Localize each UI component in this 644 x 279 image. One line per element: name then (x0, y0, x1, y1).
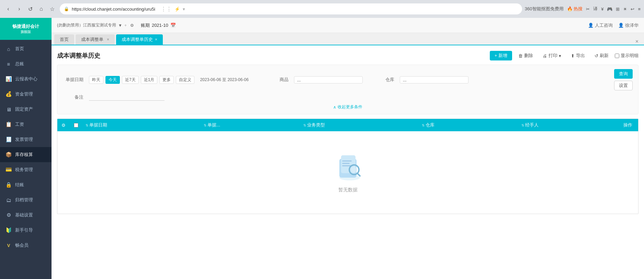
query-button[interactable]: 查询 (614, 69, 633, 79)
sidebar-item-home[interactable]: ⌂ 首页 (0, 41, 52, 56)
menu-icon[interactable]: ≡ (638, 7, 641, 12)
sidebar-item-closing[interactable]: 🔒 结账 (0, 177, 52, 192)
period-info: 账期 2021-10 📅 (141, 22, 176, 29)
add-company-icon[interactable]: + (124, 23, 127, 28)
sidebar-item-guide[interactable]: 🔰 新手引导 (0, 223, 52, 238)
last7days-btn[interactable]: 近7天 (122, 76, 139, 84)
tab-cost-adjustment-history-label: 成本调整单历史 (122, 36, 153, 43)
translate-icon[interactable]: 译 (593, 6, 598, 12)
table-bill-header[interactable]: ⇅ 单据... (200, 122, 300, 128)
table-handler-header[interactable]: ⇅ 经手人 (518, 122, 618, 128)
sidebar-item-ledger[interactable]: ≡ 总账 (0, 56, 52, 71)
sort-biztype-icon: ⇅ (303, 123, 306, 127)
date-filter-label: 单据日期 (63, 77, 83, 83)
table-biztype-header[interactable]: ⇅ 业务类型 (300, 122, 418, 128)
print-button[interactable]: 🖨 打印 ▾ (539, 51, 565, 60)
closing-icon: 🔒 (5, 182, 12, 188)
support-label: 人工咨询 (595, 22, 613, 29)
warehouse-filter-label: 仓库 (374, 77, 394, 83)
table-container: ⚙ ⇅ 单据日期 ⇅ 单据... ⇅ 业务类型 (57, 119, 639, 214)
sidebar-item-reports[interactable]: 📊 云报表中心 (0, 71, 52, 87)
custom-btn[interactable]: 自定义 (176, 76, 194, 84)
sidebar-item-salary[interactable]: 📋 工资 (0, 117, 52, 132)
sidebar-item-membership[interactable]: V 畅会员 (0, 238, 52, 253)
sidebar-item-settings[interactable]: ⚙ 基础设置 (0, 208, 52, 223)
sidebar-item-label-closing: 结账 (15, 182, 24, 188)
sort-handler-icon: ⇅ (521, 123, 524, 127)
table-header: ⚙ ⇅ 单据日期 ⇅ 单据... ⇅ 业务类型 (57, 119, 638, 131)
filter-area: 单据日期 昨天 今天 近7天 近1月 更多 自定义 2023-06-06 至 2… (57, 65, 639, 114)
table-settings-header[interactable]: ⚙ (57, 123, 70, 128)
invoice-icon: 🧾 (5, 136, 12, 143)
game-icon[interactable]: 🎮 (607, 7, 612, 12)
back-button[interactable]: ‹ (3, 4, 13, 14)
app-layout: 畅捷通好会计 旗舰版 ⌂ 首页 ≡ 总账 📊 云报表中心 💰 资金管理 🖥 (0, 18, 644, 279)
more-btn[interactable]: 更多 (159, 76, 174, 84)
print-dropdown-icon: ▾ (559, 53, 561, 58)
company-settings-icon[interactable]: ⚙ (130, 23, 134, 28)
close-cost-adjustment-icon[interactable]: × (107, 37, 109, 42)
table-date-header[interactable]: ⇅ 单据日期 (82, 122, 200, 128)
tab-cost-adjustment-history[interactable]: 成本调整单历史 × (116, 34, 163, 45)
yesterday-btn[interactable]: 昨天 (89, 76, 103, 84)
add-button[interactable]: + 新增 (490, 51, 512, 60)
wallet-icon[interactable]: ¥ (601, 7, 603, 12)
delete-button[interactable]: 🗑 删除 (515, 51, 536, 60)
calendar-icon[interactable]: 📅 (170, 23, 176, 28)
collapse-button[interactable]: ∧ 收起更多条件 (333, 104, 362, 110)
page-title-row: 成本调整单历史 + 新增 🗑 删除 🖨 打印 ▾ ⬆ 导出 (57, 51, 639, 60)
period-label: 账期 (141, 22, 150, 29)
sidebar-item-label-guide: 新手引导 (15, 227, 33, 233)
user-info[interactable]: 👤 徐泽华 (618, 22, 639, 29)
svg-rect-5 (342, 165, 351, 166)
grid-view-icon[interactable]: ⊞ (616, 7, 620, 12)
home-button[interactable]: ⌂ (36, 4, 46, 14)
last1month-btn[interactable]: 近1月 (141, 76, 158, 84)
warehouse-select[interactable]: ... (400, 76, 468, 83)
select-all-checkbox[interactable] (74, 123, 78, 127)
grid-icon: ⋮⋮ (161, 6, 172, 12)
url-text: https://cloud.chanjet.com/accounting/uru… (72, 7, 155, 12)
address-bar[interactable]: 🔒 https://cloud.chanjet.com/accounting/u… (60, 3, 522, 14)
close-history-icon[interactable]: × (155, 37, 157, 42)
product-select[interactable]: ... (294, 76, 363, 83)
filter-row-1: 单据日期 昨天 今天 近7天 近1月 更多 自定义 2023-06-06 至 2… (63, 69, 633, 90)
lightning-icon: ⚡ (174, 7, 180, 12)
archive-icon: 🗂 (5, 197, 12, 203)
sidebar-item-inventory[interactable]: 📦 库存核算 (0, 147, 52, 162)
svg-rect-3 (342, 160, 352, 161)
salary-icon: 📋 (5, 121, 12, 127)
delete-icon: 🗑 (518, 53, 523, 58)
today-btn[interactable]: 今天 (105, 76, 120, 84)
close-tab-button[interactable]: × (633, 38, 641, 45)
table-checkbox-header[interactable] (70, 123, 82, 127)
dropdown-icon[interactable]: ▼ (118, 23, 122, 28)
show-details-checkbox-label[interactable]: 显示明细 (615, 53, 639, 59)
tab-home[interactable]: 首页 (54, 34, 74, 45)
filter-settings-button[interactable]: 设置 (614, 81, 633, 90)
refresh-button[interactable]: ↺ (25, 4, 35, 14)
sidebar-item-finance[interactable]: 💰 资金管理 (0, 87, 52, 102)
date-range-text: 2023-06-06 至 2023-06-06 (200, 77, 248, 83)
sidebar-item-invoice[interactable]: 🧾 发票管理 (0, 132, 52, 147)
scissors-icon[interactable]: ✂ (586, 7, 590, 12)
forward-button[interactable]: › (14, 4, 24, 14)
star-button[interactable]: ☆ (47, 4, 57, 14)
table-warehouse-header[interactable]: ⇅ 仓库 (418, 122, 518, 128)
user-avatar-icon: 👤 (618, 23, 624, 28)
brightness-icon[interactable]: ☀ (623, 7, 627, 12)
tab-cost-adjustment-label: 成本调整单 (81, 36, 103, 43)
tab-cost-adjustment[interactable]: 成本调整单 × (76, 34, 115, 45)
show-details-checkbox[interactable] (615, 54, 619, 58)
export-button[interactable]: ⬆ 导出 (567, 51, 588, 60)
refresh-button[interactable]: ↺ 刷新 (591, 51, 612, 60)
remark-input[interactable] (89, 94, 165, 101)
sidebar-item-assets[interactable]: 🖥 固定资产 (0, 102, 52, 117)
undo-icon[interactable]: ↩ (631, 7, 634, 12)
sidebar-item-tax[interactable]: 💳 税务管理 (0, 162, 52, 177)
remark-label: 备注 (63, 94, 83, 100)
sidebar-item-label-salary: 工资 (15, 121, 24, 127)
support-link[interactable]: 👤 人工咨询 (588, 22, 613, 29)
company-name: (勿删勿禁用）江西服宝测试专用 (57, 22, 116, 28)
sidebar-item-archive[interactable]: 🗂 归档管理 (0, 192, 52, 208)
